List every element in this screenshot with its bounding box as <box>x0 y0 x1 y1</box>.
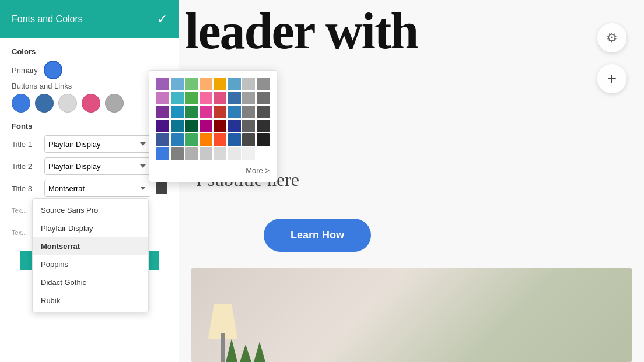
font-select-title1[interactable]: Playfair Display <box>44 135 151 153</box>
color-cell[interactable] <box>156 133 169 146</box>
font-label-title2: Title 2 <box>12 162 40 171</box>
color-swatches-row <box>12 94 167 113</box>
color-cell[interactable] <box>156 78 169 90</box>
color-cell[interactable] <box>214 106 226 118</box>
color-cell[interactable] <box>257 78 270 90</box>
color-cell[interactable] <box>185 78 198 90</box>
color-cell[interactable] <box>200 78 212 90</box>
color-cell[interactable] <box>228 92 241 104</box>
swatch-pink[interactable] <box>82 94 100 113</box>
tree-1 <box>226 339 237 362</box>
more-colors-link[interactable]: More > <box>156 166 270 175</box>
bottom-image <box>191 268 632 362</box>
sidebar-header: Fonts and Colors ✓ <box>0 0 179 38</box>
color-cell[interactable] <box>214 133 226 146</box>
color-cell[interactable] <box>171 106 184 118</box>
font-row-title2: Title 2 Playfair Display <box>12 157 167 175</box>
color-cell[interactable] <box>185 147 198 160</box>
color-cell[interactable] <box>156 120 169 132</box>
colors-section-label: Colors <box>12 47 167 56</box>
dropdown-item-rubik[interactable]: Rubik <box>33 291 148 310</box>
tree-3 <box>254 342 265 362</box>
dropdown-item-source-sans[interactable]: Source Sans Pro <box>33 201 148 219</box>
color-cell[interactable] <box>228 147 241 160</box>
color-cell[interactable] <box>242 78 255 90</box>
color-cell[interactable] <box>200 106 212 118</box>
color-grid <box>156 78 270 160</box>
font-row-title1: Title 1 Playfair Display <box>12 135 167 153</box>
color-cell[interactable] <box>185 133 198 146</box>
dropdown-item-didact[interactable]: Didact Gothic <box>33 273 148 291</box>
color-cell[interactable] <box>242 120 255 132</box>
font-select-title2[interactable]: Playfair Display <box>44 157 151 175</box>
lamp-pole <box>221 333 225 362</box>
swatch-blue[interactable] <box>12 94 30 113</box>
trees-decoration <box>226 339 265 362</box>
color-cell[interactable] <box>257 92 270 104</box>
gear-button[interactable]: ⚙ <box>597 23 626 52</box>
learn-how-button[interactable]: Learn How <box>264 219 371 252</box>
color-cell[interactable] <box>228 120 241 132</box>
color-cell[interactable] <box>214 147 226 160</box>
color-cell[interactable] <box>156 92 169 104</box>
primary-label: Primary <box>12 66 38 75</box>
color-cell[interactable] <box>185 106 198 118</box>
dropdown-item-poppins[interactable]: Poppins <box>33 255 148 273</box>
color-cell[interactable] <box>200 92 212 104</box>
gear-icon: ⚙ <box>606 30 618 45</box>
dropdown-item-playfair[interactable]: Playfair Display <box>33 219 148 237</box>
colors-section: Colors Primary Buttons and Links <box>12 47 167 113</box>
color-cell[interactable] <box>185 120 198 132</box>
plus-button[interactable]: + <box>597 64 626 93</box>
fonts-section-label: Fonts <box>12 122 167 131</box>
color-cell[interactable] <box>171 120 184 132</box>
color-cell[interactable] <box>257 120 270 132</box>
color-cell[interactable] <box>185 92 198 104</box>
font-label-title1: Title 1 <box>12 140 40 149</box>
sidebar-title: Fonts and Colors <box>12 14 83 24</box>
color-cell[interactable] <box>242 133 255 146</box>
color-cell[interactable] <box>214 92 226 104</box>
color-cell[interactable] <box>214 78 226 90</box>
color-picker-popup: More > <box>149 70 277 182</box>
dropdown-item-montserrat[interactable]: Montserrat <box>33 237 148 255</box>
primary-color-swatch[interactable] <box>44 61 62 79</box>
color-cell[interactable] <box>228 106 241 118</box>
plus-icon: + <box>607 69 617 88</box>
swatch-gray[interactable] <box>105 94 124 113</box>
font-select-title3[interactable]: Montserrat <box>44 180 151 197</box>
color-cell[interactable] <box>200 133 212 146</box>
color-cell[interactable] <box>171 78 184 90</box>
swatch-dark-blue[interactable] <box>35 94 54 113</box>
color-cell[interactable] <box>228 133 241 146</box>
color-cell[interactable] <box>257 147 270 160</box>
color-cell[interactable] <box>242 92 255 104</box>
color-cell[interactable] <box>214 120 226 132</box>
swatch-light-gray[interactable] <box>58 94 77 113</box>
color-cell[interactable] <box>200 147 212 160</box>
color-cell[interactable] <box>171 147 184 160</box>
color-cell[interactable] <box>257 106 270 118</box>
color-cell[interactable] <box>156 106 169 118</box>
color-cell[interactable] <box>200 120 212 132</box>
primary-row: Primary <box>12 61 167 79</box>
color-cell[interactable] <box>228 78 241 90</box>
color-cell[interactable] <box>242 106 255 118</box>
font-dropdown: Source Sans Pro Playfair Display Montser… <box>32 198 149 312</box>
font-color-title3[interactable] <box>156 182 167 194</box>
color-cell[interactable] <box>171 92 184 104</box>
color-cell[interactable] <box>156 147 169 160</box>
check-icon[interactable]: ✓ <box>157 12 167 27</box>
color-cell[interactable] <box>242 147 255 160</box>
font-row-title3: Title 3 Montserrat <box>12 180 167 197</box>
color-cell[interactable] <box>257 133 270 146</box>
tree-2 <box>240 345 251 362</box>
color-cell[interactable] <box>171 133 184 146</box>
font-label-title3: Title 3 <box>12 184 40 193</box>
buttons-links-label: Buttons and Links <box>12 82 167 90</box>
